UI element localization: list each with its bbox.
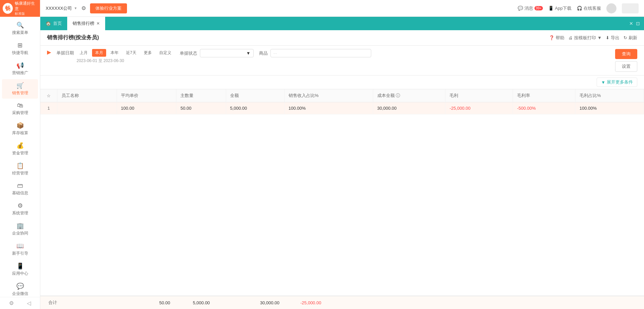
date-tab-this-year[interactable]: 本年: [108, 49, 122, 57]
sidebar-item-app-center[interactable]: 📱 应用中心: [2, 260, 38, 279]
logo-title: 畅康通好生意: [15, 1, 37, 11]
refresh-label: 刷新: [629, 35, 637, 41]
goods-filter-group: 商品 ···: [259, 49, 371, 57]
close-window-icon[interactable]: ✕: [629, 21, 633, 26]
sidebar-item-wechat[interactable]: 💬 企业微信: [2, 280, 38, 297]
tab-home-label: 首页: [53, 20, 62, 27]
book-icon: 📖: [16, 242, 24, 250]
app-download-label: App下载: [555, 5, 571, 11]
sidebar-item-label: 营销推广: [12, 70, 28, 76]
data-table-container: ☆ 员工名称 平均单价 主数量 全额 销售收入占比% 成本全额 ⓘ 毛利 毛利率…: [40, 89, 644, 296]
cart-icon: 🛒: [16, 82, 24, 89]
tab-home[interactable]: 🏠 首页: [40, 17, 67, 30]
expand-conditions-button[interactable]: ▼ 展开更多条件: [597, 78, 637, 87]
col-sales-pct: 销售收入占比%: [284, 89, 373, 102]
headset-icon: 🎧: [577, 6, 582, 11]
date-tab-this-month[interactable]: 本月: [92, 49, 106, 57]
tab-sales-ranking[interactable]: 销售排行榜 ✕: [67, 17, 105, 30]
sidebar-item-purchase[interactable]: 🛍 采购管理: [2, 99, 38, 118]
trial-button[interactable]: 体验行业方案: [90, 3, 127, 13]
col-amount: 全额: [226, 89, 284, 102]
sidebar-item-search[interactable]: 🔍 搜索菜单: [2, 19, 38, 38]
avatar[interactable]: [606, 3, 616, 13]
template-print-button[interactable]: 🖨 按模板打印 ▼: [568, 35, 602, 41]
chevron-down-icon: ▼: [246, 51, 251, 56]
sidebar-item-marketing[interactable]: 📢 营销推广: [2, 59, 38, 79]
goods-input[interactable]: ···: [270, 49, 371, 57]
clipboard-icon: 📋: [16, 162, 24, 169]
settings-button[interactable]: 设置: [615, 61, 637, 72]
cell-rank: 1: [40, 102, 57, 114]
col-qty: 主数量: [176, 89, 226, 102]
filter-expand-arrow[interactable]: ▶: [47, 49, 51, 55]
right-actions: 查询 设置: [615, 49, 637, 72]
col-gross: 毛利: [445, 89, 513, 102]
tab-close-icon[interactable]: ✕: [96, 21, 100, 26]
date-tab-more[interactable]: 更多: [141, 49, 155, 57]
help-button[interactable]: ❓ 帮助: [549, 35, 564, 41]
message-label: 消息: [524, 5, 533, 11]
table-header: ☆ 员工名称 平均单价 主数量 全额 销售收入占比% 成本全额 ⓘ 毛利 毛利率…: [40, 89, 644, 102]
logo-sub: 标准版: [15, 11, 37, 16]
export-button[interactable]: ⬇ 导出: [606, 35, 619, 41]
page-title: 销售排行榜(按业务员): [47, 34, 99, 45]
sidebar-item-basic[interactable]: 🗃 基础信息: [2, 179, 38, 199]
settings-footer-btn[interactable]: ⚙: [9, 300, 14, 306]
date-tab-7days[interactable]: 近7天: [123, 49, 139, 57]
expand-label: 展开更多条件: [607, 79, 633, 85]
cell-qty: 50.00: [176, 102, 226, 114]
date-tabs: 上月 本月 本年 近7天 更多 自定义: [77, 49, 174, 57]
sidebar-item-label: 新手引导: [12, 251, 28, 256]
search-icon: 🔍: [16, 21, 24, 29]
chevron-down-icon: ▼: [601, 80, 605, 85]
company-selector[interactable]: XXXXXX公司 ▼: [46, 5, 77, 11]
export-label: 导出: [611, 35, 619, 41]
query-button[interactable]: 查询: [615, 49, 637, 59]
logo-icon: 畅: [3, 3, 13, 14]
status-select[interactable]: ▼: [200, 49, 254, 57]
export-icon: ⬇: [606, 35, 609, 40]
grid-icon: ⊞: [17, 42, 23, 49]
date-filter-group: 单据日期 上月 本月 本年 近7天 更多 自定义 2023-06-01 至 20…: [56, 49, 174, 64]
sidebar-item-label: 销售管理: [12, 90, 28, 96]
settings-icon[interactable]: ⚙: [81, 5, 86, 11]
mobile-icon: 📱: [16, 262, 24, 270]
sidebar-item-label: 库存核算: [12, 130, 28, 136]
sidebar-item-label: 资金管理: [12, 150, 28, 156]
footer-label: 合计: [44, 300, 122, 306]
sidebar-item-enterprise[interactable]: 🏢 企业协同: [2, 219, 38, 239]
refresh-icon: ↻: [624, 35, 627, 40]
sidebar-item-operations[interactable]: 📋 经营管理: [2, 159, 38, 179]
collapse-sidebar-btn[interactable]: ◁: [27, 300, 31, 306]
date-tab-custom[interactable]: 自定义: [156, 49, 174, 57]
help-label: 帮助: [556, 35, 564, 41]
table-footer: 合计 50.00 5,000.00 30,000.00 -25,000.00: [40, 296, 644, 309]
message-button[interactable]: 💬 消息 99+: [518, 5, 543, 11]
sidebar-item-quick-nav[interactable]: ⊞ 快捷导航: [2, 39, 38, 58]
message-badge: 99+: [534, 6, 543, 10]
home-icon: 🏠: [46, 21, 51, 26]
sidebar-item-label: 经营管理: [12, 170, 28, 176]
sidebar-item-system[interactable]: ⚙ 系统管理: [2, 199, 38, 219]
cell-avg-price: 100.00: [117, 102, 176, 114]
building-icon: 🏢: [16, 222, 24, 229]
restore-window-icon[interactable]: ⊡: [636, 21, 640, 26]
sidebar-item-finance[interactable]: 💰 资金管理: [2, 139, 38, 159]
cell-gross: -25,000.00: [445, 102, 513, 114]
tab-sales-ranking-label: 销售排行榜: [73, 20, 94, 27]
data-table: ☆ 员工名称 平均单价 主数量 全额 销售收入占比% 成本全额 ⓘ 毛利 毛利率…: [40, 89, 644, 114]
app-download-button[interactable]: 📱 App下载: [548, 5, 571, 11]
sidebar-item-inventory[interactable]: 📦 库存核算: [2, 119, 38, 139]
user-name[interactable]: [622, 3, 639, 13]
online-service-button[interactable]: 🎧 在线客服: [577, 5, 601, 11]
date-tab-last-month[interactable]: 上月: [77, 49, 91, 57]
footer-cost: 30,000.00: [256, 300, 296, 305]
sidebar-item-guide[interactable]: 📖 新手引导: [2, 240, 38, 259]
col-gross-rate: 毛利率: [513, 89, 575, 102]
topbar-right: 💬 消息 99+ 📱 App下载 🎧 在线客服: [518, 3, 639, 13]
print-icon: 🖨: [568, 35, 573, 40]
refresh-button[interactable]: ↻ 刷新: [624, 35, 637, 41]
expand-conditions-bar: ▼ 展开更多条件: [40, 75, 644, 89]
sidebar-item-sales[interactable]: 🛒 销售管理: [2, 79, 38, 99]
bag-icon: 🛍: [17, 102, 23, 109]
